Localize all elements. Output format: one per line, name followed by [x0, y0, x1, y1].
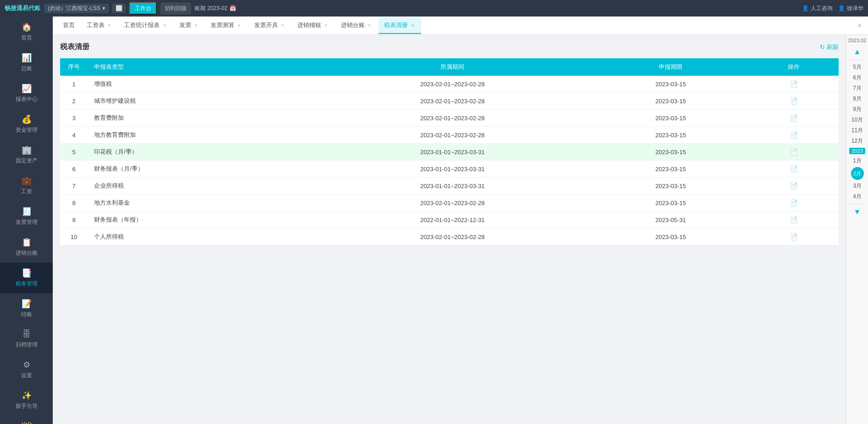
sidebar-item-settle[interactable]: 📝 结账	[0, 293, 53, 324]
sidebar-item-assets[interactable]: 🏢 固定资产	[0, 139, 53, 170]
month-5[interactable]: 5月	[846, 62, 868, 73]
next-period-button[interactable]: ▼	[852, 206, 863, 218]
month-4[interactable]: 4月	[846, 191, 868, 202]
ledger-icon: 📊	[22, 53, 32, 63]
tab-tax-clearance[interactable]: 税表清册 ×	[378, 17, 421, 34]
sidebar-item-invoice[interactable]: 🧾 发票管理	[0, 201, 53, 232]
cell-deadline: 2023-05-31	[592, 212, 749, 229]
vip-icon: 👑	[22, 421, 32, 424]
tab-home[interactable]: 首页	[57, 17, 80, 34]
cell-deadline: 2023-03-15	[592, 93, 749, 110]
sidebar-item-settings[interactable]: ⚙ 设置	[0, 354, 53, 385]
tab-invoice-calc[interactable]: 发票测算 ×	[205, 17, 247, 34]
cell-no: 6	[60, 161, 88, 178]
cell-period: 2023-02-01~2023-02-28	[312, 127, 592, 144]
tab-salary-stats[interactable]: 工资统计报表 ×	[118, 17, 172, 34]
action-icon[interactable]: 📄	[790, 97, 798, 105]
month-7[interactable]: 7月	[846, 83, 868, 94]
switch-button[interactable]: 切到旧版	[161, 3, 191, 14]
cell-action[interactable]: 📄	[749, 144, 839, 161]
sidebar-item-funds[interactable]: 💰 资金管理	[0, 109, 53, 139]
month-9[interactable]: 9月	[846, 104, 868, 115]
action-icon[interactable]: 📄	[790, 233, 798, 240]
settings-icon: ⚙	[23, 360, 30, 370]
sidebar-item-home[interactable]: 🏠 首页	[0, 17, 53, 47]
cell-action[interactable]: 📄	[749, 127, 839, 144]
action-icon[interactable]: 📄	[790, 216, 798, 223]
month-3[interactable]: 3月	[846, 181, 868, 191]
cell-action[interactable]: 📄	[749, 161, 839, 178]
divider-bottom	[849, 204, 866, 204]
cell-no: 8	[60, 195, 88, 212]
tab-close-salary-table[interactable]: ×	[106, 22, 112, 28]
action-icon[interactable]: 📄	[790, 199, 798, 206]
company-selector[interactable]: (勿动）江西报宝-LSS ▾	[44, 4, 109, 13]
month-1[interactable]: 1月	[846, 156, 868, 166]
month-8[interactable]: 8月	[846, 94, 868, 104]
month-12[interactable]: 12月	[846, 136, 868, 146]
action-icon[interactable]: 📄	[790, 165, 798, 173]
cell-deadline: 2023-03-15	[592, 110, 749, 127]
sidebar-item-vip[interactable]: 👑 畅会员	[0, 416, 53, 424]
tab-salary-table[interactable]: 工资表 ×	[81, 17, 117, 34]
sidebar-item-ledger[interactable]: 📊 总账	[0, 47, 53, 78]
main-layout: 🏠 首页 📊 总账 📈 报表中心 💰 资金管理 🏢 固定资产 💼 工资 🧾 发票…	[0, 17, 868, 424]
cell-action[interactable]: 📄	[749, 229, 839, 245]
calendar-icon[interactable]: 📅	[229, 5, 236, 11]
sidebar-item-archive[interactable]: 🗄 归档管理	[0, 324, 53, 354]
tab-close-salary-stats[interactable]: ×	[161, 22, 167, 28]
cell-action[interactable]: 📄	[749, 178, 839, 195]
cell-type: 城市维护建设税	[88, 93, 312, 110]
sidebar-item-report[interactable]: 📈 报表中心	[0, 78, 53, 109]
prev-period-button[interactable]: ▲	[852, 46, 863, 58]
tab-close-purchase-check[interactable]: ×	[323, 22, 328, 28]
sidebar-item-guide[interactable]: ✨ 新手引导	[0, 385, 53, 416]
cell-no: 10	[60, 229, 88, 245]
cell-action[interactable]: 📄	[749, 76, 839, 93]
month-11[interactable]: 11月	[846, 125, 868, 136]
month-2-active[interactable]: 2月	[851, 167, 864, 180]
tab-purchase-ledger[interactable]: 进销台账 ×	[335, 17, 378, 34]
cell-action[interactable]: 📄	[749, 212, 839, 229]
action-icon[interactable]: 📄	[790, 131, 798, 139]
cell-deadline: 2023-03-15	[592, 195, 749, 212]
year-badge[interactable]: 2023	[849, 148, 865, 154]
tab-invoice[interactable]: 发票 ×	[174, 17, 204, 34]
cell-action[interactable]: 📄	[749, 93, 839, 110]
workbench-button[interactable]: 工作台	[129, 2, 157, 15]
action-icon[interactable]: 📄	[790, 182, 798, 190]
sidebar-item-tax[interactable]: 📑 税务管理	[0, 262, 53, 293]
cell-action[interactable]: 📄	[749, 110, 839, 127]
period-label: 账期 2023-02 📅	[195, 5, 236, 12]
action-icon[interactable]: 📄	[790, 80, 798, 88]
cell-type: 财务报表（年报）	[88, 212, 312, 229]
table-row: 2 城市维护建设税 2023-02-01~2023-02-28 2023-03-…	[60, 93, 839, 110]
window-close-button[interactable]: ×	[856, 20, 863, 32]
tab-close-invoice-calc[interactable]: ×	[236, 22, 242, 28]
user-menu[interactable]: 👤 徐泽华	[838, 5, 863, 12]
tab-close-invoice[interactable]: ×	[193, 22, 199, 28]
refresh-icon: ↻	[820, 44, 825, 50]
page-title: 税表清册	[60, 42, 89, 52]
tab-close-tax-clearance[interactable]: ×	[410, 22, 415, 28]
tab-purchase-check[interactable]: 进销稽核 ×	[292, 17, 334, 34]
copy-button[interactable]: ⬜	[112, 4, 126, 13]
tab-close-invoice-open[interactable]: ×	[280, 22, 285, 28]
sidebar-item-salary[interactable]: 💼 工资	[0, 170, 53, 201]
cell-period: 2023-01-01~2023-03-31	[312, 178, 592, 195]
action-icon[interactable]: 📄	[790, 148, 798, 156]
tab-close-purchase-ledger[interactable]: ×	[367, 22, 372, 28]
sidebar-item-purchase[interactable]: 📋 进销台账	[0, 232, 53, 262]
right-panel-header: 2023.02	[848, 38, 867, 43]
action-icon[interactable]: 📄	[790, 114, 798, 122]
funds-icon: 💰	[22, 114, 32, 124]
refresh-button[interactable]: ↻ 刷新	[820, 43, 839, 51]
cell-period: 2022-01-01~2022-12-31	[312, 212, 592, 229]
table-row: 9 财务报表（年报） 2022-01-01~2022-12-31 2023-05…	[60, 212, 839, 229]
cell-action[interactable]: 📄	[749, 195, 839, 212]
tab-invoice-open[interactable]: 发票开具 ×	[249, 17, 291, 34]
help-button[interactable]: 👤 人工咨询	[802, 5, 833, 12]
month-10[interactable]: 10月	[846, 115, 868, 125]
cell-period: 2023-02-01~2023-02-28	[312, 229, 592, 245]
month-6[interactable]: 6月	[846, 73, 868, 83]
